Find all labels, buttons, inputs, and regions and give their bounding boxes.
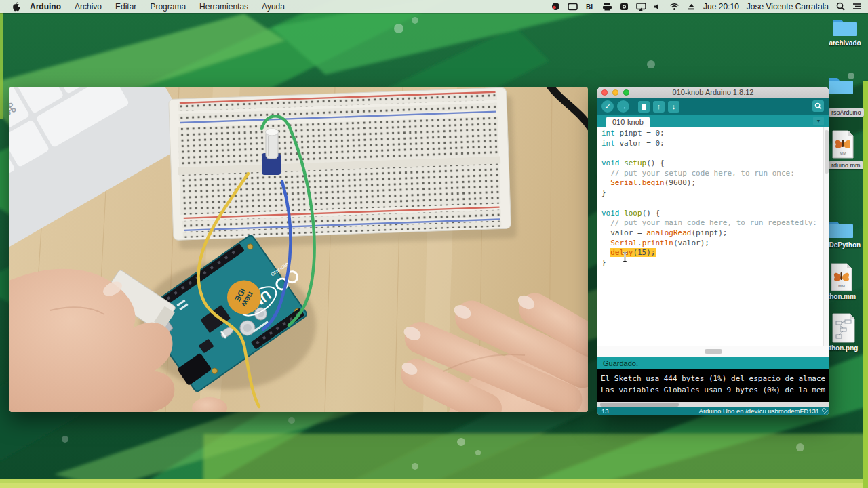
code-token: (valor); [673,239,709,247]
code-line[interactable]: delay(15); [601,248,829,258]
code-token: . [637,178,642,187]
code-lines: int pinpt = 0;int valor = 0; void setup(… [601,129,829,268]
ibeam-cursor [621,251,629,266]
mindmap-file-icon: MM [832,130,854,159]
code-token: loop [624,209,642,218]
code-token: void [601,159,620,167]
recorder-icon[interactable] [551,2,560,11]
folder-icon [827,218,854,240]
desktop-icon-python-mm[interactable]: MM thon.mm [830,263,853,300]
code-token: } [601,188,606,197]
code-line[interactable]: int pinpt = 0; [601,129,829,139]
desktop-icon-label[interactable]: rsoArduino [829,108,864,117]
code-token [601,199,606,207]
scrollbar-thumb[interactable] [600,403,679,407]
search-icon[interactable] [836,2,845,11]
arduino-ide-window[interactable]: 010-knob Arduino 1.8.12 ✓ → ↑ ↓ 010-knob… [597,87,829,415]
code-line[interactable] [601,199,829,209]
code-token: void [601,209,620,218]
desktop-icon-arduino-mm[interactable]: MM [831,130,854,159]
code-line[interactable] [601,148,829,159]
svg-text:MM: MM [838,284,845,288]
code-line[interactable]: Serial.println(valor); [601,239,829,249]
code-token [601,148,606,157]
image-file-icon [832,313,855,343]
resize-grip[interactable] [822,408,828,414]
code-line[interactable]: Serial.begin(9600); [601,178,829,188]
code-token [601,169,610,178]
upload-button[interactable]: → [617,100,629,113]
new-sketch-button[interactable] [638,101,650,113]
code-line[interactable]: int valor = 0; [601,139,829,149]
code-line[interactable]: // put your main code here, to run repea… [601,218,829,228]
list-icon[interactable] [852,3,861,10]
menu-programa[interactable]: Programa [143,2,193,12]
display-icon[interactable] [568,3,578,11]
bi-icon[interactable]: BI [585,3,595,11]
save-button[interactable]: ↓ [668,101,679,113]
menu-clock[interactable]: Jue 20:10 [703,2,739,12]
desktop-icon-label: thon.png [829,344,859,352]
apple-menu-icon[interactable] [8,2,23,12]
webcam-video-window[interactable]: cmd ⌘ [9,87,588,412]
verify-button[interactable]: ✓ [601,100,614,113]
window-title: 010-knob Arduino 1.8.12 [597,88,829,96]
console-line: El Sketch usa 444 bytes (1%) del espacio… [601,373,829,384]
status-message: Guardado. [603,359,638,367]
camera-icon[interactable] [620,3,629,11]
tab-010-knob[interactable]: 010-knob [606,117,650,127]
ide-toolbar: ✓ → ↑ ↓ [597,98,829,115]
menu-user-name[interactable]: Jose Vicente Carratala [747,2,829,12]
desktop-icon-cursodepython[interactable]: soDePython [826,218,856,249]
code-token: // put your setup code here, to run once… [610,169,795,178]
code-token [601,178,610,187]
code-line[interactable]: void loop() { [601,209,829,219]
menu-archivo[interactable]: Archivo [68,2,108,12]
code-token: valor = 0; [615,139,665,148]
code-editor[interactable]: int pinpt = 0;int valor = 0; void setup(… [597,127,829,346]
code-line[interactable]: // put your setup code here, to run once… [601,169,829,179]
code-token: // put your main code here, to run repea… [610,218,817,227]
desktop-icon-archivado[interactable]: archivado [830,16,860,47]
editor-horizontal-scrollbar[interactable] [597,346,829,357]
arduino-desk-scene: cmd ⌘ [9,87,588,412]
desktop-icon-label: archivado [829,39,861,47]
scrollbar-thumb[interactable] [705,349,722,354]
code-line[interactable]: void setup() { [601,159,829,169]
tab-dropdown-button[interactable]: ▼ [813,117,824,125]
board-port-label: Arduino Uno en /dev/cu.usbmodemFD131 [699,407,819,415]
editor-vertical-scrollbar[interactable] [823,127,829,346]
desktop-icon-cursoarduino[interactable] [826,75,856,96]
code-line[interactable]: valor = analogRead(pinpt); [601,228,829,239]
current-line-indicator: 13 [601,407,609,415]
folder-icon [827,75,854,96]
mirroring-icon[interactable] [636,3,646,11]
desktop-icon-python-png[interactable]: thon.png [831,313,856,352]
desktop-icon-label: thon.mm [827,293,856,300]
code-token: (9600); [665,178,696,187]
code-line[interactable]: } [601,258,829,268]
selected-code-token: (15); [633,248,655,257]
wifi-icon[interactable] [669,3,679,11]
code-token: analogRead [646,228,691,237]
eject-icon[interactable] [687,3,696,11]
desktop-icon-label[interactable]: rduino.mm [829,161,863,169]
scrollbar-thumb[interactable] [825,130,829,174]
status-message-bar: Guardado. [597,357,829,369]
menu-editar[interactable]: Editar [108,2,143,12]
console-scrollbar[interactable] [597,402,829,407]
volume-icon[interactable] [654,3,662,11]
ide-titlebar[interactable]: 010-knob Arduino 1.8.12 [597,87,829,98]
serial-monitor-button[interactable] [812,100,824,112]
printer-icon[interactable] [602,3,612,11]
console-line: Las variables Globales usan 9 bytes (0%)… [601,384,829,396]
open-button[interactable]: ↑ [653,101,665,113]
menu-arduino[interactable]: Arduino [23,2,68,12]
menu-herramientas[interactable]: Herramientas [193,2,255,12]
code-token: int [601,129,615,138]
desktop-screen: Arduino Archivo Editar Programa Herramie… [0,0,868,488]
svg-text:BI: BI [586,3,593,11]
build-console[interactable]: El Sketch usa 444 bytes (1%) del espacio… [597,369,829,402]
menu-ayuda[interactable]: Ayuda [255,2,292,12]
code-line[interactable]: } [601,188,829,199]
